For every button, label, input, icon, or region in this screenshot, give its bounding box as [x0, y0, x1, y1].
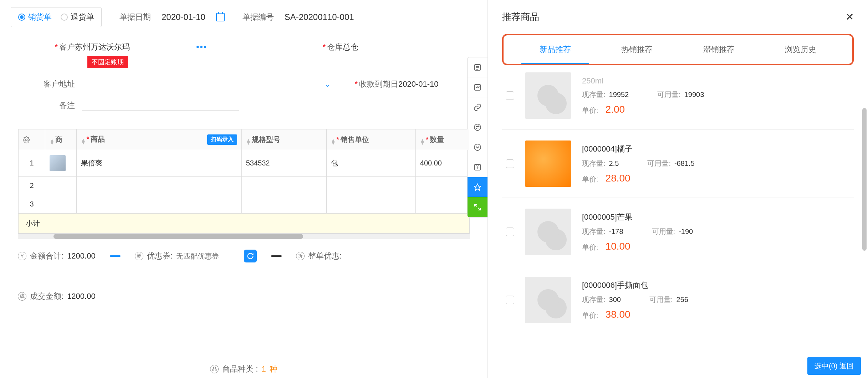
svg-point-6: [474, 144, 481, 150]
toolbar-link-icon[interactable]: [468, 97, 487, 117]
footer-product-count: 品 商品种类 : 1 种: [0, 364, 487, 374]
row-unit[interactable]: [326, 177, 415, 195]
customer-lookup-icon[interactable]: •••: [196, 42, 207, 52]
customer-value[interactable]: 苏州万达沃尔玛: [75, 42, 146, 52]
stock-value: 2.5: [609, 159, 619, 167]
table-row[interactable]: 1 果倍爽 534532 包 400.00: [19, 150, 469, 177]
col-spec[interactable]: ▲▼规格型号: [241, 129, 326, 150]
list-scrollbar[interactable]: [862, 108, 867, 251]
row-qty[interactable]: [415, 195, 469, 214]
tab-return-order[interactable]: 退货单: [61, 12, 94, 22]
dash-separator-icon: [271, 255, 282, 257]
row-spec[interactable]: [241, 177, 326, 195]
scan-input-button[interactable]: 扫码录入: [207, 134, 237, 145]
gear-column-header[interactable]: [19, 129, 45, 150]
avail-label: 可用量:: [657, 91, 681, 98]
tab-browse-history[interactable]: 浏览历史: [785, 41, 816, 58]
row-spec[interactable]: 534532: [241, 150, 326, 177]
remark-input[interactable]: [82, 101, 239, 111]
row-index: 2: [19, 177, 45, 195]
row-unit[interactable]: [326, 195, 415, 214]
item-checkbox[interactable]: [506, 296, 514, 304]
recommend-item: 250ml 现存量:19952 可用量:19903 单价:2.00: [502, 72, 854, 130]
recommend-item: [0000004]橘子 现存量:2.5 可用量:-681.5 单价:28.00: [502, 130, 854, 198]
svg-point-5: [474, 124, 481, 131]
tab-slow-recommend[interactable]: 滞销推荐: [703, 41, 735, 58]
deal-icon: 成: [18, 292, 26, 301]
radio-unchecked-icon: [61, 14, 68, 21]
stock-label: 现存量:: [582, 296, 606, 303]
row-unit[interactable]: 包: [326, 150, 415, 177]
table-row[interactable]: 2: [19, 177, 469, 195]
order-discount-label: 整单优惠:: [308, 251, 342, 261]
toolbar-expand-icon[interactable]: [468, 197, 487, 217]
col-prod-img[interactable]: ▲▼商: [45, 129, 77, 150]
avail-value: -190: [679, 228, 693, 235]
doc-type-tabs: 销货单 退货单: [11, 7, 102, 27]
recommend-panel: 推荐商品 ✕ 新品推荐 热销推荐 滞销推荐 浏览历史 250ml 现存量:199…: [487, 0, 868, 378]
item-image: [525, 209, 571, 255]
item-checkbox[interactable]: [506, 91, 514, 100]
stock-value: 19952: [609, 91, 629, 98]
price-value: 28.00: [606, 173, 630, 184]
cust-addr-input[interactable]: [75, 79, 232, 89]
tab-new-recommend[interactable]: 新品推荐: [540, 41, 571, 58]
table-hscrollbar[interactable]: [18, 234, 470, 239]
item-checkbox[interactable]: [506, 228, 514, 236]
row-product[interactable]: [76, 195, 241, 214]
chevron-down-icon[interactable]: ⌄: [325, 80, 331, 88]
row-thumb-cell: [45, 150, 77, 177]
recommend-tabs-highlight: 新品推荐 热销推荐 滞销推荐 浏览历史: [502, 34, 854, 65]
coupon-icon: 券: [135, 252, 143, 260]
warehouse-value[interactable]: 总仓: [343, 42, 414, 52]
stock-label: 现存量:: [582, 159, 606, 167]
row-thumb-cell: [45, 177, 77, 195]
row-qty[interactable]: 400.00: [415, 150, 469, 177]
tab-sales-order[interactable]: 销货单: [18, 12, 52, 22]
recommend-item: [0000006]手撕面包 现存量:300 可用量:256 单价:38.00: [502, 266, 854, 334]
doc-no-label: 单据编号: [242, 12, 274, 22]
avail-label: 可用量:: [652, 228, 675, 235]
tab-underline: [521, 63, 589, 64]
row-thumb-cell: [45, 195, 77, 214]
deal-amount-label: 成交金额:: [30, 291, 63, 302]
warehouse-label: *仓库: [286, 42, 343, 52]
tab-return-order-label: 退货单: [71, 12, 94, 22]
coupon-refresh-button[interactable]: [244, 250, 257, 262]
table-row[interactable]: 3: [19, 195, 469, 214]
customer-badge: 不固定账期: [87, 56, 128, 68]
tab-hot-recommend[interactable]: 热销推荐: [621, 41, 653, 58]
item-image: [525, 277, 571, 323]
price-label: 单价:: [582, 243, 598, 251]
amount-total-label: 金额合计:: [30, 251, 63, 261]
calendar-icon[interactable]: [216, 13, 225, 21]
close-icon[interactable]: ✕: [846, 11, 854, 23]
row-product[interactable]: [76, 177, 241, 195]
doc-date-value[interactable]: 2020-01-10: [162, 12, 205, 22]
row-qty[interactable]: [415, 177, 469, 195]
recommend-list[interactable]: 250ml 现存量:19952 可用量:19903 单价:2.00 [00000…: [488, 72, 868, 378]
row-product[interactable]: 果倍爽: [76, 150, 241, 177]
item-checkbox[interactable]: [506, 159, 514, 168]
amount-total-value: 1200.00: [67, 251, 96, 261]
toolbar-star-icon[interactable]: [468, 177, 487, 197]
doc-date-label: 单据日期: [119, 12, 151, 22]
col-qty[interactable]: ▲▼*数量: [415, 129, 469, 150]
toolbar-currency-icon[interactable]: ¥: [468, 157, 487, 177]
due-date-value[interactable]: 2020-01-10: [398, 80, 470, 89]
toolbar-list-icon[interactable]: [468, 57, 487, 77]
dash-separator-icon: [110, 255, 121, 257]
customer-label: *客户: [18, 42, 75, 52]
avail-value: 256: [676, 296, 688, 303]
toolbar-reject-icon[interactable]: [468, 137, 487, 157]
price-value: 38.00: [606, 309, 630, 320]
row-spec[interactable]: [241, 195, 326, 214]
coupon-input[interactable]: [176, 252, 240, 260]
col-unit[interactable]: ▲▼*销售单位: [326, 129, 415, 150]
selected-return-button[interactable]: 选中(0) 返回: [807, 357, 861, 375]
col-product[interactable]: ▲▼*商品扫码录入: [76, 129, 241, 150]
toolbar-chart-icon[interactable]: [468, 77, 487, 97]
toolbar-transfer-icon[interactable]: [468, 117, 487, 137]
stock-value: 300: [609, 296, 621, 303]
subtotal-row: 小计: [19, 214, 469, 234]
